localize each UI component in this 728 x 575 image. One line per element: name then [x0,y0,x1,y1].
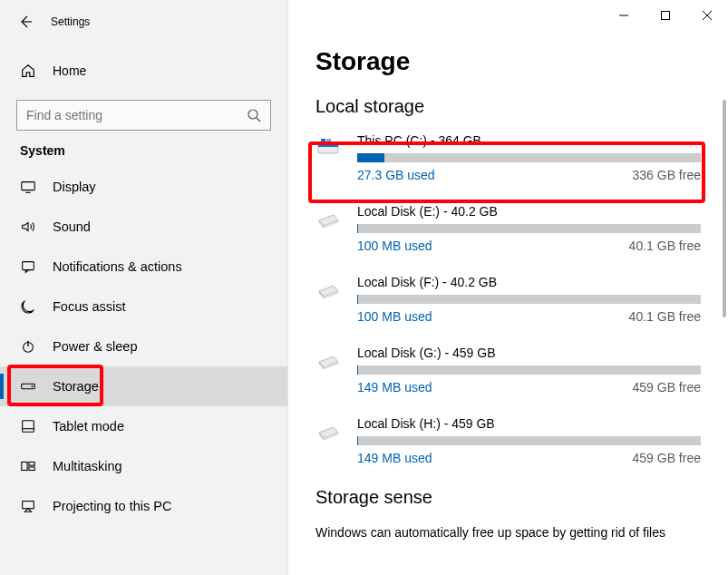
content-pane: Storage Local storage This PC (C:) - 364… [288,0,728,575]
drive-used: 149 MB used [357,451,432,465]
titlebar: Settings [0,5,287,38]
multitasking-icon [20,458,36,474]
drive-free: 459 GB free [633,451,702,465]
back-button[interactable] [16,13,34,31]
search-container [0,91,287,143]
search-field[interactable] [26,108,247,122]
sidebar-item-projecting[interactable]: Projecting to this PC [0,486,287,526]
svg-point-0 [248,110,257,119]
projecting-icon [20,498,36,514]
window-title: Settings [51,15,90,28]
tablet-icon [20,418,36,434]
drive-body: Local Disk (F:) - 40.2 GB100 MB used40.1… [357,275,701,324]
sidebar-item-display[interactable]: Display [0,167,287,207]
drive-item[interactable]: Local Disk (F:) - 40.2 GB100 MB used40.1… [315,275,701,324]
storage-sense-desc: Windows can automatically free up space … [315,524,701,542]
sidebar-item-label: Tablet mode [53,419,124,434]
sidebar-item-label: Home [53,63,86,78]
drive-name: Local Disk (E:) - 40.2 GB [357,204,701,219]
window-controls [603,2,728,29]
drive-used: 100 MB used [357,239,432,253]
sidebar-item-sound[interactable]: Sound [0,207,287,247]
sidebar-item-notifications[interactable]: Notifications & actions [0,247,287,287]
svg-rect-6 [23,421,34,433]
drive-free: 336 GB free [633,168,702,182]
svg-point-5 [32,385,34,387]
sidebar-item-label: Power & sleep [53,339,138,354]
svg-rect-10 [23,502,34,509]
svg-rect-13 [318,144,338,147]
drive-footer: 100 MB used40.1 GB free [357,239,701,253]
drive-icon [315,277,341,302]
nav: Display Sound Notifications & actions Fo… [0,167,287,526]
drive-usage-bar [357,295,701,304]
drive-item[interactable]: Local Disk (E:) - 40.2 GB100 MB used40.1… [315,204,701,253]
local-storage-heading: Local storage [315,96,701,117]
notifications-icon [20,258,36,275]
svg-rect-14 [321,139,325,143]
drive-free: 40.1 GB free [629,239,701,253]
power-icon [20,338,36,355]
drive-footer: 27.3 GB used336 GB free [357,168,701,182]
page-title: Storage [315,47,701,76]
sidebar-item-home[interactable]: Home [0,51,287,91]
search-icon [247,108,261,122]
drive-usage-bar [357,224,701,233]
drive-free: 459 GB free [633,380,702,395]
sidebar-item-label: Multitasking [53,459,122,473]
svg-rect-15 [326,139,331,143]
close-button[interactable] [686,2,728,29]
drive-icon [315,418,341,443]
focus-assist-icon [20,298,36,315]
svg-rect-7 [22,463,27,471]
sidebar-item-tablet-mode[interactable]: Tablet mode [0,406,287,446]
drive-footer: 149 MB used459 GB free [357,380,701,395]
drive-used: 100 MB used [357,309,432,324]
svg-rect-9 [29,467,34,471]
search-input[interactable] [16,100,271,131]
drive-footer: 100 MB used40.1 GB free [357,309,701,324]
sidebar-item-label: Sound [53,219,91,234]
minimize-button[interactable] [603,2,645,29]
drives-list: This PC (C:) - 364 GB27.3 GB used336 GB … [315,133,701,465]
svg-rect-1 [22,182,34,190]
drive-item[interactable]: This PC (C:) - 364 GB27.3 GB used336 GB … [315,133,701,182]
sound-icon [20,219,36,235]
drive-item[interactable]: Local Disk (G:) - 459 GB149 MB used459 G… [315,346,701,395]
sidebar-item-label: Focus assist [53,299,126,314]
display-icon [20,179,36,195]
drive-used: 27.3 GB used [357,168,435,182]
maximize-button[interactable] [645,2,686,29]
storage-sense-heading: Storage sense [315,487,701,508]
drive-used: 149 MB used [357,380,432,395]
drive-icon [315,347,341,373]
drive-body: Local Disk (H:) - 459 GB149 MB used459 G… [357,416,701,465]
sidebar-item-label: Storage [53,379,99,394]
svg-rect-8 [29,463,34,466]
drive-body: This PC (C:) - 364 GB27.3 GB used336 GB … [357,133,701,182]
svg-rect-11 [662,12,670,20]
home-icon [20,63,36,79]
sidebar-item-storage[interactable]: Storage [0,366,287,406]
sidebar-item-multitasking[interactable]: Multitasking [0,446,287,486]
drive-footer: 149 MB used459 GB free [357,451,701,465]
storage-icon [20,378,36,395]
drive-name: Local Disk (G:) - 459 GB [357,346,701,360]
sidebar-item-focus-assist[interactable]: Focus assist [0,287,287,326]
scrollbar[interactable] [723,100,726,317]
section-label: System [0,143,287,167]
windows-drive-icon [315,135,341,161]
drive-body: Local Disk (E:) - 40.2 GB100 MB used40.1… [357,204,701,253]
drive-body: Local Disk (G:) - 459 GB149 MB used459 G… [357,346,701,395]
drive-icon [315,206,341,231]
drive-item[interactable]: Local Disk (H:) - 459 GB149 MB used459 G… [315,416,701,465]
drive-usage-bar [357,365,701,375]
sidebar-item-power-sleep[interactable]: Power & sleep [0,326,287,366]
sidebar-item-label: Display [53,180,96,194]
sidebar-item-label: Notifications & actions [53,259,182,274]
sidebar-item-label: Projecting to this PC [53,499,171,513]
drive-usage-bar [357,153,701,162]
drive-name: Local Disk (H:) - 459 GB [357,416,701,431]
drive-usage-bar [357,436,701,445]
drive-free: 40.1 GB free [629,309,701,324]
